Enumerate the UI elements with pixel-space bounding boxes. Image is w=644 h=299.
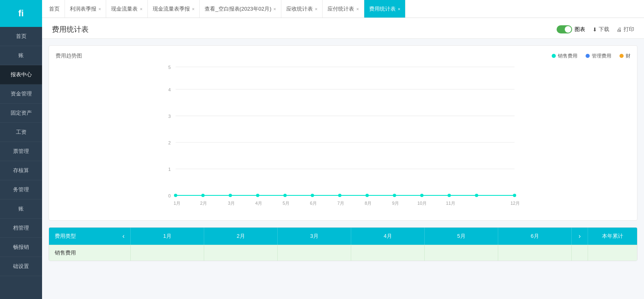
sidebar-item-report-center[interactable]: 报表中心 bbox=[0, 65, 42, 84]
tab-close-expense-stats[interactable]: × bbox=[398, 7, 400, 11]
svg-text:1月: 1月 bbox=[174, 201, 180, 206]
td-m4 bbox=[351, 245, 425, 261]
td-m2 bbox=[204, 245, 278, 261]
td-total bbox=[588, 245, 637, 261]
svg-text:1: 1 bbox=[168, 167, 171, 172]
th-next[interactable]: › bbox=[572, 228, 588, 245]
legend-label-finance: 财 bbox=[626, 53, 631, 60]
svg-text:12月: 12月 bbox=[510, 201, 520, 206]
header-actions: 图表 ⬇ 下载 🖨 打印 bbox=[557, 25, 634, 33]
tab-close-cashflow-quarterly[interactable]: × bbox=[192, 7, 194, 11]
tab-payable[interactable]: 应付统计表 × bbox=[323, 0, 364, 18]
download-button[interactable]: ⬇ 下载 bbox=[593, 26, 609, 33]
td-type: 销售费用 bbox=[49, 245, 131, 261]
print-button[interactable]: 🖨 打印 bbox=[617, 26, 634, 33]
tab-bar: 首页 利润表季报 × 现金流量表 × 现金流量表季报 × 查看_空白报表(202… bbox=[42, 0, 644, 18]
sidebar-item-archive[interactable]: 档管理 bbox=[0, 219, 42, 238]
tab-cashflow[interactable]: 现金流量表 × bbox=[106, 0, 147, 18]
table-row: 销售费用 bbox=[49, 245, 637, 261]
svg-text:2月: 2月 bbox=[200, 201, 207, 206]
th-total: 本年累计 bbox=[588, 228, 637, 245]
sidebar-item-basic-settings[interactable]: 础设置 bbox=[0, 257, 42, 276]
legend-label-sales: 销售费用 bbox=[558, 53, 577, 60]
table-section: 费用类型 ‹ 1月 2月 3月 4月 5月 6月 › 本年累计 销售费用 bbox=[49, 227, 637, 261]
svg-point-22 bbox=[448, 194, 451, 197]
page-header: 费用统计表 图表 ⬇ 下载 🖨 打印 bbox=[42, 18, 644, 39]
tab-receivable[interactable]: 应收统计表 × bbox=[281, 0, 323, 18]
download-icon: ⬇ bbox=[593, 27, 597, 33]
svg-point-20 bbox=[393, 194, 396, 197]
svg-text:0: 0 bbox=[168, 193, 171, 198]
tab-cashflow-quarterly[interactable]: 现金流量表季报 × bbox=[148, 0, 200, 18]
svg-point-18 bbox=[338, 194, 341, 197]
svg-point-17 bbox=[311, 194, 314, 197]
sidebar-item-home[interactable]: 首页 bbox=[0, 27, 42, 46]
legend-label-admin: 管理费用 bbox=[592, 53, 611, 60]
prev-arrow[interactable]: ‹ bbox=[123, 233, 125, 240]
svg-text:5: 5 bbox=[168, 65, 171, 70]
tab-profit-quarterly[interactable]: 利润表季报 × bbox=[65, 0, 106, 18]
svg-point-23 bbox=[475, 194, 478, 197]
tab-close-view-blank[interactable]: × bbox=[274, 7, 276, 11]
svg-text:10月: 10月 bbox=[417, 201, 427, 206]
chart-title: 费用趋势图 bbox=[56, 52, 82, 60]
content-area: 费用统计表 图表 ⬇ 下载 🖨 打印 费用趋势图 bbox=[42, 18, 644, 299]
chart-toggle-label: 图表 bbox=[575, 26, 585, 33]
sidebar-item-account[interactable]: 账 bbox=[0, 46, 42, 65]
svg-text:8月: 8月 bbox=[365, 201, 372, 206]
legend-dot-admin bbox=[586, 54, 590, 58]
chart-legend: 销售费用 管理费用 财 bbox=[552, 53, 631, 60]
svg-text:7月: 7月 bbox=[337, 201, 344, 206]
sidebar-item-ledger[interactable]: 账 bbox=[0, 199, 42, 219]
svg-text:4月: 4月 bbox=[255, 201, 262, 206]
sidebar-item-invoice[interactable]: 票管理 bbox=[0, 142, 42, 161]
svg-point-14 bbox=[229, 194, 232, 197]
td-m6 bbox=[498, 245, 572, 261]
sidebar-item-fund-management[interactable]: 资金管理 bbox=[0, 84, 42, 104]
th-m6: 6月 bbox=[498, 228, 572, 245]
th-m3: 3月 bbox=[278, 228, 351, 245]
tab-close-cashflow[interactable]: × bbox=[140, 7, 142, 11]
th-type: 费用类型 ‹ bbox=[49, 228, 131, 245]
sidebar-item-inventory[interactable]: 存核算 bbox=[0, 161, 42, 180]
th-m4: 4月 bbox=[351, 228, 425, 245]
svg-point-19 bbox=[365, 194, 369, 197]
legend-admin: 管理费用 bbox=[586, 53, 611, 60]
sidebar: fi 首页 账 报表中心 资金管理 固定资产 工资 票管理 存核算 务管理 账 … bbox=[0, 0, 42, 299]
tab-home[interactable]: 首页 bbox=[44, 0, 65, 18]
svg-point-16 bbox=[283, 194, 287, 197]
sidebar-item-fixed-assets[interactable]: 固定资产 bbox=[0, 104, 42, 123]
table-header: 费用类型 ‹ 1月 2月 3月 4月 5月 6月 › 本年累计 bbox=[49, 228, 637, 245]
th-m1: 1月 bbox=[131, 228, 204, 245]
chart-toggle[interactable] bbox=[557, 25, 572, 33]
sidebar-item-salary[interactable]: 工资 bbox=[0, 123, 42, 142]
svg-text:9月: 9月 bbox=[392, 201, 399, 206]
chart-toggle-wrap: 图表 bbox=[557, 25, 585, 33]
tab-close-receivable[interactable]: × bbox=[315, 7, 317, 11]
next-arrow[interactable]: › bbox=[579, 233, 581, 240]
td-m1 bbox=[131, 245, 204, 261]
app-logo: fi bbox=[0, 0, 42, 27]
tab-close-payable[interactable]: × bbox=[356, 7, 359, 11]
svg-text:2: 2 bbox=[168, 140, 171, 145]
svg-point-24 bbox=[513, 194, 516, 197]
legend-sales: 销售费用 bbox=[552, 53, 577, 60]
legend-dot-sales bbox=[552, 54, 556, 58]
svg-point-13 bbox=[201, 194, 205, 197]
legend-dot-finance bbox=[619, 54, 624, 58]
td-m5 bbox=[425, 245, 498, 261]
sidebar-item-service[interactable]: 务管理 bbox=[0, 180, 42, 199]
th-m2: 2月 bbox=[204, 228, 278, 245]
tab-close-profit-quarterly[interactable]: × bbox=[98, 7, 101, 11]
td-m3 bbox=[278, 245, 351, 261]
line-chart-svg: 0 1 2 3 4 5 bbox=[56, 63, 631, 214]
tab-view-blank[interactable]: 查看_空白报表(2023年02月) × bbox=[200, 0, 281, 18]
sidebar-item-expense-report[interactable]: 畅报销 bbox=[0, 238, 42, 257]
tab-expense-stats[interactable]: 费用统计表 × bbox=[364, 0, 406, 18]
svg-point-15 bbox=[256, 194, 259, 197]
svg-text:11月: 11月 bbox=[446, 201, 455, 206]
svg-text:3: 3 bbox=[168, 114, 171, 119]
page-title: 费用统计表 bbox=[52, 24, 89, 34]
chart-area: 0 1 2 3 4 5 bbox=[56, 63, 631, 214]
svg-point-21 bbox=[420, 194, 423, 197]
